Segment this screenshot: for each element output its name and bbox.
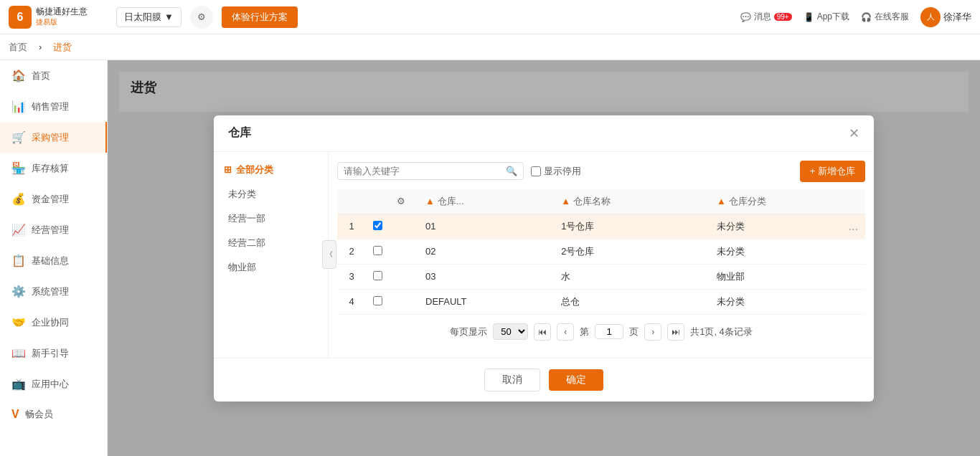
table-body: 1 01 1号仓库 未分类... 2 02 2号仓库 未分类 3 03 水 物业… <box>337 214 865 314</box>
info-icon: 📋 <box>11 254 26 267</box>
message-action[interactable]: 💬 消息 99+ <box>740 11 792 23</box>
sidebar-item-purchase[interactable]: 🛒 采购管理 <box>0 122 107 153</box>
store-selector[interactable]: 日太阳膜 ▼ <box>116 7 182 27</box>
headset-icon: 🎧 <box>861 12 872 22</box>
search-input[interactable] <box>344 166 501 176</box>
guide-icon: 📖 <box>11 346 26 360</box>
mobile-icon: 📱 <box>804 12 814 22</box>
cell-category: 未分类... <box>710 214 865 239</box>
user-info[interactable]: 人 徐泽华 <box>920 7 971 27</box>
inventory-icon: 🏪 <box>11 161 26 175</box>
pagination: 每页显示 50 ⏮ ‹ 第 页 › ⏭ 共1页, 4条记录 <box>337 315 865 349</box>
cat-item-ops2[interactable]: 经营二部 <box>214 231 328 255</box>
cell-gear <box>390 239 418 264</box>
cell-code: 01 <box>418 214 554 239</box>
confirm-button[interactable]: 确定 <box>549 369 603 391</box>
show-disabled-checkbox[interactable] <box>531 166 541 176</box>
system-icon: ⚙️ <box>11 285 26 298</box>
col-code: ▲仓库... <box>418 189 554 214</box>
cell-checkbox[interactable] <box>366 264 390 289</box>
content-area: 进货 仓库 ✕ ⊞ 全部分类 未分类 <box>108 60 980 456</box>
col-gear: ⚙ <box>390 189 418 214</box>
header-right: 💬 消息 99+ 📱 App下载 🎧 在线客服 人 徐泽华 <box>740 7 971 27</box>
page-first-button[interactable]: ⏮ <box>534 323 551 341</box>
sub-header: 首页 › 进货 <box>0 34 980 60</box>
cell-code: DEFAULT <box>418 289 554 314</box>
settings-button[interactable]: ⚙ <box>190 6 213 29</box>
sidebar-item-vip[interactable]: V 畅会员 <box>0 399 107 429</box>
collapse-panel-button[interactable]: 《 <box>322 240 336 269</box>
page-last-button[interactable]: ⏭ <box>667 323 684 341</box>
show-disabled-label: 显示停用 <box>531 165 581 178</box>
header-middle: 日太阳膜 ▼ ⚙ 体验行业方案 <box>116 6 740 29</box>
cell-num: 2 <box>337 239 366 264</box>
sidebar-item-guide[interactable]: 📖 新手引导 <box>0 338 107 369</box>
top-header: 6 畅捷通好生意 捷易版 日太阳膜 ▼ ⚙ 体验行业方案 💬 消息 99+ 📱 … <box>0 0 980 34</box>
trial-button[interactable]: 体验行业方案 <box>222 6 298 28</box>
col-checkbox <box>366 189 390 214</box>
modal-overlay: 仓库 ✕ ⊞ 全部分类 未分类 经营一部 经营二部 物业部 <box>108 60 980 456</box>
search-icon: 🔍 <box>506 166 517 176</box>
sidebar-item-basic-info[interactable]: 📋 基础信息 <box>0 245 107 276</box>
table-panel: 🔍 显示停用 + 新增仓库 <box>329 152 874 358</box>
more-options[interactable]: ... <box>849 220 858 233</box>
finance-icon: 💰 <box>11 192 26 206</box>
page-prev-button[interactable]: ‹ <box>557 323 574 341</box>
sidebar: 🏠 首页 📊 销售管理 🛒 采购管理 🏪 库存核算 💰 资金管理 📈 经营管理 … <box>0 60 108 456</box>
warehouse-modal: 仓库 ✕ ⊞ 全部分类 未分类 经营一部 经营二部 物业部 <box>214 115 874 402</box>
logo-icon: 6 <box>9 6 32 29</box>
cat-item-ops1[interactable]: 经营一部 <box>214 206 328 231</box>
page-size-select[interactable]: 50 <box>493 323 528 340</box>
col-num <box>337 189 366 214</box>
cat-all-header[interactable]: ⊞ 全部分类 <box>214 158 328 182</box>
sidebar-item-operations[interactable]: 📈 经营管理 <box>0 214 107 245</box>
sidebar-item-apps[interactable]: 📺 应用中心 <box>0 369 107 399</box>
cell-gear <box>390 214 418 239</box>
page-number-input[interactable] <box>595 324 623 339</box>
breadcrumb-current: 进货 <box>53 41 72 54</box>
cell-checkbox[interactable] <box>366 239 390 264</box>
breadcrumb-home[interactable]: 首页 <box>9 41 27 54</box>
cell-name: 1号仓库 <box>554 214 710 239</box>
sidebar-item-sales[interactable]: 📊 销售管理 <box>0 91 107 122</box>
category-panel: ⊞ 全部分类 未分类 经营一部 经营二部 物业部 《 <box>214 152 329 358</box>
table-row[interactable]: 3 03 水 物业部 <box>337 264 865 289</box>
warehouse-table: ⚙ ▲仓库... ▲仓库名称 ▲仓库分类 1 01 1号仓库 未分类... <box>337 189 865 315</box>
cat-item-unclassified[interactable]: 未分类 <box>214 182 328 206</box>
modal-close-button[interactable]: ✕ <box>849 125 859 141</box>
cell-checkbox[interactable] <box>366 289 390 314</box>
app-download-action[interactable]: 📱 App下载 <box>804 11 849 23</box>
sidebar-item-home[interactable]: 🏠 首页 <box>0 60 107 91</box>
table-row[interactable]: 4 DEFAULT 总仓 未分类 <box>337 289 865 314</box>
avatar: 人 <box>920 7 941 27</box>
add-warehouse-button[interactable]: + 新增仓库 <box>800 161 865 182</box>
search-box: 🔍 <box>337 162 524 180</box>
sidebar-item-inventory[interactable]: 🏪 库存核算 <box>0 153 107 184</box>
sidebar-item-finance[interactable]: 💰 资金管理 <box>0 184 107 214</box>
table-row[interactable]: 2 02 2号仓库 未分类 <box>337 239 865 264</box>
sidebar-item-enterprise[interactable]: 🤝 企业协同 <box>0 307 107 338</box>
table-row[interactable]: 1 01 1号仓库 未分类... <box>337 214 865 239</box>
cell-checkbox[interactable] <box>366 214 390 239</box>
table-toolbar: 🔍 显示停用 + 新增仓库 <box>337 161 865 182</box>
cancel-button[interactable]: 取消 <box>484 369 540 391</box>
cell-name: 水 <box>554 264 710 289</box>
modal-header: 仓库 ✕ <box>214 115 874 152</box>
ops-icon: 📈 <box>11 223 26 237</box>
sidebar-item-system[interactable]: ⚙️ 系统管理 <box>0 276 107 307</box>
cell-gear <box>390 264 418 289</box>
cat-item-property[interactable]: 物业部 <box>214 255 328 280</box>
page-next-button[interactable]: › <box>644 323 661 341</box>
enterprise-icon: 🤝 <box>11 315 26 329</box>
cell-name: 总仓 <box>554 289 710 314</box>
col-category: ▲仓库分类 <box>710 189 865 214</box>
cell-num: 4 <box>337 289 366 314</box>
col-name: ▲仓库名称 <box>554 189 710 214</box>
vip-icon: V <box>11 408 19 421</box>
cell-code: 02 <box>418 239 554 264</box>
sales-icon: 📊 <box>11 100 26 113</box>
purchase-icon: 🛒 <box>11 130 26 144</box>
apps-icon: 📺 <box>11 377 26 391</box>
message-icon: 💬 <box>740 12 751 22</box>
online-service-action[interactable]: 🎧 在线客服 <box>861 11 909 23</box>
